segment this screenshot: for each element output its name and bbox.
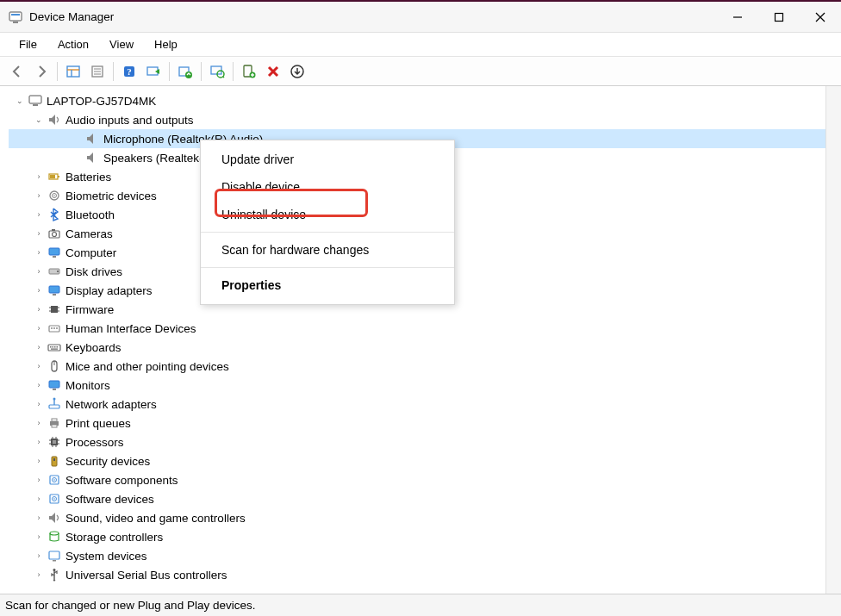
- expand-icon[interactable]: ›: [33, 360, 45, 372]
- toolbar-separator: [57, 62, 58, 81]
- menu-view[interactable]: View: [99, 34, 144, 54]
- ctx-update-driver[interactable]: Update driver: [201, 146, 454, 173]
- svg-rect-73: [52, 419, 57, 421]
- tree-category[interactable]: ›Storage controllers: [9, 527, 825, 546]
- svg-text:?: ?: [127, 66, 132, 77]
- svg-point-47: [57, 271, 59, 272]
- add-driver-button[interactable]: [285, 59, 309, 84]
- ctx-uninstall-device[interactable]: Uninstall device: [201, 201, 454, 228]
- category-label: Biometric devices: [65, 190, 157, 202]
- main-area: ⌄ LAPTOP-GJ57D4MK ⌄ Audio inputs and out…: [0, 86, 841, 594]
- tree-category[interactable]: ›Print queues: [9, 414, 825, 432]
- expand-icon[interactable]: ›: [33, 171, 45, 183]
- tree-category[interactable]: ›Human Interface Devices: [9, 319, 825, 338]
- show-hide-tree-button[interactable]: [61, 59, 85, 84]
- properties-button[interactable]: [85, 59, 109, 84]
- tree-root[interactable]: ⌄ LAPTOP-GJ57D4MK: [9, 91, 825, 110]
- nav-forward-button[interactable]: [29, 59, 53, 84]
- expand-icon[interactable]: ›: [33, 246, 45, 258]
- expand-icon[interactable]: ›: [33, 341, 45, 353]
- uninstall-device-button[interactable]: [261, 59, 285, 84]
- printer-icon: [47, 415, 62, 431]
- svg-point-98: [53, 569, 56, 571]
- close-button[interactable]: [800, 2, 841, 33]
- svg-point-94: [50, 532, 59, 535]
- expand-icon[interactable]: ›: [33, 190, 45, 202]
- expand-icon[interactable]: ›: [33, 227, 45, 240]
- tree-category[interactable]: ›Processors: [9, 432, 825, 451]
- device-tree[interactable]: ⌄ LAPTOP-GJ57D4MK ⌄ Audio inputs and out…: [0, 86, 825, 594]
- collapse-icon[interactable]: ⌄: [33, 114, 45, 126]
- svg-marker-34: [87, 152, 93, 163]
- tree-category-audio[interactable]: ⌄ Audio inputs and outputs: [9, 110, 825, 129]
- ctx-scan-hardware[interactable]: Scan for hardware changes: [201, 236, 454, 264]
- expand-icon[interactable]: ›: [33, 398, 45, 410]
- expand-icon[interactable]: ›: [33, 303, 45, 315]
- ctx-separator: [201, 232, 454, 233]
- ctx-disable-device[interactable]: Disable device: [201, 173, 454, 201]
- svg-marker-33: [87, 134, 93, 144]
- expand-icon[interactable]: ›: [33, 512, 45, 524]
- window-controls: [717, 2, 841, 33]
- tree-category[interactable]: ›Monitors: [9, 376, 825, 395]
- ctx-properties[interactable]: Properties: [201, 271, 454, 299]
- svg-rect-2: [13, 22, 18, 23]
- category-label: System devices: [65, 550, 147, 563]
- category-label: Audio inputs and outputs: [65, 114, 194, 127]
- svg-rect-48: [49, 286, 59, 293]
- expand-icon[interactable]: ›: [33, 455, 45, 467]
- minimize-button[interactable]: [717, 2, 758, 33]
- svg-rect-36: [58, 176, 59, 177]
- tree-category[interactable]: ›Software devices: [9, 489, 825, 508]
- vertical-scrollbar[interactable]: [825, 86, 841, 594]
- expand-icon[interactable]: ›: [33, 284, 45, 296]
- enable-device-button[interactable]: [141, 59, 165, 84]
- scan-hardware-button[interactable]: [205, 59, 229, 84]
- category-label: Mice and other pointing devices: [65, 360, 229, 373]
- expand-icon[interactable]: ›: [33, 208, 45, 221]
- category-label: Firmware: [65, 303, 114, 316]
- expand-icon[interactable]: ›: [33, 550, 45, 562]
- svg-point-42: [53, 233, 57, 237]
- tree-category[interactable]: ›Sound, video and game controllers: [9, 508, 825, 527]
- expand-icon[interactable]: ›: [33, 569, 45, 581]
- menu-help[interactable]: Help: [144, 34, 188, 54]
- tree-category[interactable]: ›Network adapters: [9, 395, 825, 414]
- tree-category[interactable]: ›Universal Serial Bus controllers: [9, 565, 825, 584]
- category-label: Network adapters: [65, 398, 157, 411]
- security-icon: [47, 453, 62, 469]
- expand-icon[interactable]: ›: [33, 531, 45, 543]
- svg-rect-69: [49, 405, 59, 408]
- tree-category[interactable]: ›Mice and other pointing devices: [9, 357, 825, 376]
- window-title: Device Manager: [29, 10, 114, 23]
- category-label: Computer: [65, 246, 116, 259]
- tree-category[interactable]: ›Security devices: [9, 451, 825, 470]
- menu-action[interactable]: Action: [47, 34, 99, 54]
- help-button[interactable]: ?: [117, 59, 141, 84]
- bluetooth-icon: [47, 207, 62, 222]
- expand-icon[interactable]: ›: [33, 417, 45, 429]
- expand-icon[interactable]: ›: [33, 379, 45, 391]
- expand-icon[interactable]: ›: [33, 474, 45, 486]
- svg-rect-0: [9, 12, 22, 21]
- expand-icon[interactable]: ›: [33, 436, 45, 448]
- tree-category[interactable]: ›Software components: [9, 470, 825, 489]
- tree-category[interactable]: ›System devices: [9, 546, 825, 565]
- maximize-button[interactable]: [758, 2, 800, 33]
- svg-rect-60: [50, 346, 52, 348]
- svg-point-89: [53, 479, 55, 481]
- system-icon: [47, 548, 62, 563]
- collapse-icon[interactable]: ⌄: [14, 95, 26, 107]
- add-legacy-button[interactable]: [237, 59, 261, 84]
- update-driver-button[interactable]: [173, 59, 197, 84]
- svg-line-22: [223, 76, 225, 78]
- expand-icon[interactable]: ›: [33, 493, 45, 505]
- nav-back-button[interactable]: [5, 59, 29, 84]
- svg-rect-7: [67, 66, 79, 77]
- menu-file[interactable]: File: [9, 34, 47, 54]
- expand-icon[interactable]: ›: [33, 265, 45, 277]
- tree-category[interactable]: ›Keyboards: [9, 338, 825, 357]
- expand-icon[interactable]: ›: [33, 322, 45, 334]
- hid-icon: [47, 320, 62, 336]
- svg-rect-61: [53, 346, 54, 348]
